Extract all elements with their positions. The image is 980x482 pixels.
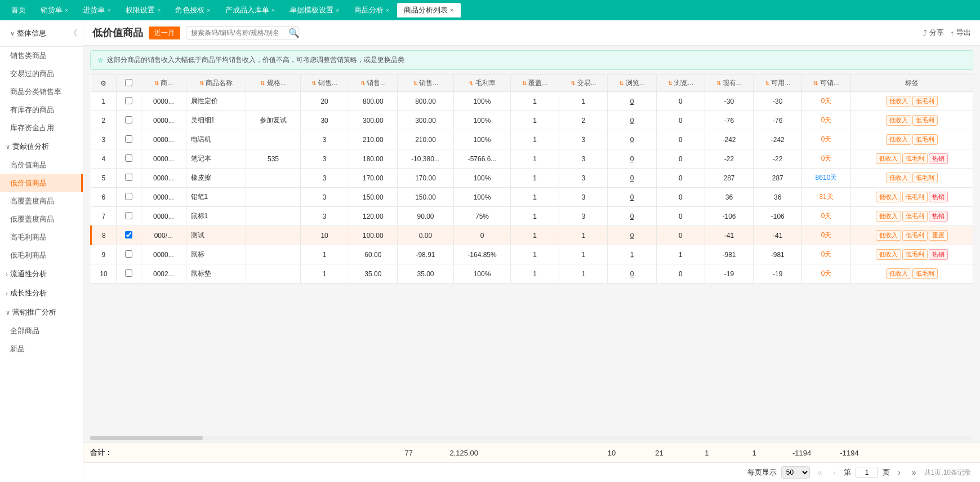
col-sale-price[interactable]: ⇅ 销售... (349, 75, 397, 92)
nav-permissions-close[interactable]: × (157, 7, 161, 14)
browse-link[interactable]: 0 (630, 136, 634, 144)
row-checkbox[interactable] (125, 97, 132, 104)
cell-check[interactable] (116, 207, 141, 226)
cell-check[interactable] (116, 92, 141, 111)
cell-check[interactable] (116, 226, 141, 245)
sidebar-item-sales-products[interactable]: 销售类商品 (0, 47, 83, 65)
next-page-button[interactable]: › (894, 467, 904, 478)
nav-template-close[interactable]: × (336, 7, 339, 14)
export-button[interactable]: ↑ 导出 (951, 28, 972, 38)
row-checkbox[interactable] (125, 116, 132, 123)
sidebar-item-traded-products[interactable]: 交易过的商品 (0, 65, 83, 83)
col-sale-qty[interactable]: ⇅ 销售... (300, 75, 349, 92)
period-button[interactable]: 近一月 (149, 26, 180, 39)
sidebar-item-low-margin[interactable]: 低毛利商品 (0, 246, 83, 264)
cell-sale-amount: 35.00 (397, 264, 453, 284)
nav-sales-order[interactable]: 销货单 × (34, 3, 75, 17)
footer-available-stock: -1194 (826, 449, 873, 457)
sidebar-item-all-products[interactable]: 全部商品 (0, 322, 83, 340)
browse-link[interactable]: 0 (630, 193, 634, 201)
row-checkbox[interactable] (125, 250, 132, 258)
nav-analysis-close[interactable]: × (386, 7, 389, 14)
nav-home[interactable]: 首页 (5, 3, 33, 17)
nav-template-settings[interactable]: 单据模板设置 × (283, 3, 346, 17)
scrollbar-thumb[interactable] (90, 436, 203, 440)
nav-product-analysis[interactable]: 商品分析 × (348, 3, 396, 17)
browse-link[interactable]: 0 (630, 98, 634, 105)
cell-check[interactable] (116, 149, 141, 169)
nav-purchase-order[interactable]: 进货单 × (76, 3, 117, 17)
nav-permissions[interactable]: 权限设置 × (119, 3, 167, 17)
share-button[interactable]: ⤴ 分享 (923, 28, 944, 38)
cell-check[interactable] (116, 245, 141, 264)
sidebar-item-high-coverage[interactable]: 高覆盖度商品 (0, 192, 83, 210)
browse-link[interactable]: 1 (630, 251, 634, 259)
nav-product-analysis-list[interactable]: 商品分析列表 × (397, 3, 460, 17)
col-gear[interactable]: ⚙ (91, 75, 117, 92)
sidebar-group-contribution[interactable]: ∨ 贡献值分析 (0, 137, 83, 156)
col-name[interactable]: ⇅ 商品名称 (186, 75, 246, 92)
select-all-checkbox[interactable] (125, 79, 132, 86)
row-checkbox[interactable] (125, 174, 132, 181)
browse-link[interactable]: 0 (630, 117, 634, 125)
search-input[interactable] (186, 26, 299, 39)
col-code[interactable]: ⇅ 商... (141, 75, 186, 92)
page-number-input[interactable] (856, 467, 878, 478)
sidebar-item-high-value[interactable]: 高价值商品 (0, 156, 83, 174)
cell-check[interactable] (116, 169, 141, 188)
nav-purchase-close[interactable]: × (107, 7, 110, 14)
cell-check[interactable] (116, 111, 141, 130)
browse-link[interactable]: 0 (630, 213, 634, 220)
prev-page-button[interactable]: ‹ (830, 467, 840, 478)
col-sellable[interactable]: ⇅ 可销... (802, 75, 850, 92)
col-browse1[interactable]: ⇅ 浏览... (608, 75, 656, 92)
row-checkbox[interactable] (125, 154, 132, 162)
nav-role-auth[interactable]: 角色授权 × (168, 3, 217, 17)
cell-check[interactable] (116, 130, 141, 149)
browse-link[interactable]: 0 (630, 232, 634, 240)
col-available-stock[interactable]: ⇅ 可用... (754, 75, 802, 92)
row-checkbox[interactable] (125, 135, 132, 143)
sidebar-item-new-products[interactable]: 新品 (0, 340, 83, 358)
last-page-button[interactable]: » (908, 467, 920, 478)
row-checkbox[interactable] (125, 212, 132, 219)
sidebar-group-growth[interactable]: › 成长性分析 (0, 284, 83, 303)
browse-link[interactable]: 0 (630, 155, 634, 163)
nav-product-storage[interactable]: 产成品入库单 × (219, 3, 282, 17)
col-current-stock[interactable]: ⇅ 现有... (705, 75, 753, 92)
browse-link[interactable]: 0 (630, 174, 634, 182)
browse-link[interactable]: 0 (630, 270, 634, 278)
row-checkbox[interactable] (125, 231, 132, 238)
col-coverage[interactable]: ⇅ 覆盖... (511, 75, 559, 92)
col-check[interactable] (116, 75, 141, 92)
row-checkbox[interactable] (125, 193, 132, 200)
horizontal-scrollbar[interactable] (90, 436, 973, 440)
cell-check[interactable] (116, 188, 141, 207)
nav-role-close[interactable]: × (207, 7, 210, 14)
col-sale-amount[interactable]: ⇅ 销售... (397, 75, 453, 92)
cell-sale-qty: 3 (300, 149, 349, 169)
per-page-select[interactable]: 50 100 200 (781, 466, 810, 479)
sidebar-item-category-sales-rate[interactable]: 商品分类销售率 (0, 83, 83, 101)
col-trade[interactable]: ⇅ 交易... (559, 75, 608, 92)
sidebar-item-stocked-products[interactable]: 有库存的商品 (0, 101, 83, 119)
sidebar-item-low-value[interactable]: 低价值商品 (0, 174, 83, 192)
sidebar-item-low-coverage[interactable]: 低覆盖度商品 (0, 210, 83, 228)
cell-check[interactable] (116, 264, 141, 284)
sidebar-item-inventory-capital[interactable]: 库存资金占用 (0, 119, 83, 137)
col-spec[interactable]: ⇅ 规格... (246, 75, 300, 92)
nav-sales-close[interactable]: × (65, 7, 68, 14)
sidebar-collapse-button[interactable]: 《 (68, 27, 78, 39)
nav-analysis-list-close[interactable]: × (450, 7, 453, 14)
col-profit-rate[interactable]: ⇅ 毛利率 (454, 75, 511, 92)
sidebar-item-high-margin[interactable]: 高毛利商品 (0, 228, 83, 246)
search-button[interactable]: 🔍 (288, 28, 300, 38)
tag: 低收入 (886, 96, 911, 107)
sidebar-group-circulation[interactable]: › 流通性分析 (0, 264, 83, 284)
first-page-button[interactable]: « (814, 467, 826, 478)
row-checkbox[interactable] (125, 269, 132, 277)
sidebar-group-marketing[interactable]: ∨ 营销推广分析 (0, 303, 83, 322)
sidebar-group-overall[interactable]: ∨ 整体信息 (5, 24, 52, 43)
col-browse2[interactable]: ⇅ 浏览... (656, 75, 705, 92)
nav-storage-close[interactable]: × (271, 7, 275, 14)
